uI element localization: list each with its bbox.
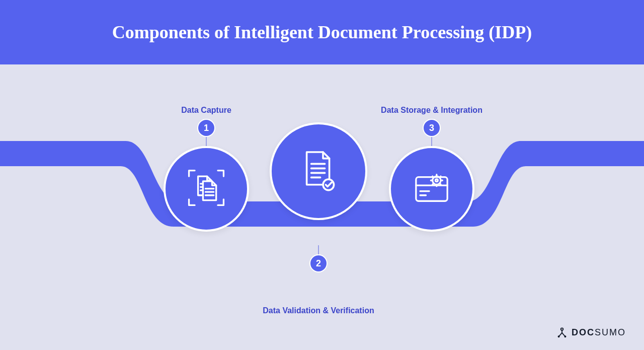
node-label: Data Validation & Verification: [243, 306, 394, 315]
svg-point-4: [561, 328, 564, 330]
node-data-validation: 2 Data Validation & Verification: [268, 122, 369, 220]
node-label: Data Storage & Integration: [381, 106, 482, 115]
svg-point-3: [435, 179, 438, 182]
brand-name-bold: DOC: [572, 327, 595, 337]
connector-line: [318, 245, 319, 254]
page-title: Components of Intelligent Document Proce…: [112, 22, 532, 43]
brand-name-thin: SUMO: [595, 327, 626, 337]
brand-logo: DOCSUMO: [556, 327, 626, 338]
node-data-storage: Data Storage & Integration 3: [381, 106, 482, 232]
node-circle: [270, 122, 367, 220]
header-banner: Components of Intelligent Document Proce…: [0, 0, 644, 64]
svg-point-6: [565, 336, 566, 337]
node-circle: [389, 146, 474, 232]
step-badge: 1: [197, 119, 215, 137]
connector-line: [206, 137, 207, 146]
step-badge: 2: [309, 254, 328, 272]
scan-doc-icon: [186, 167, 227, 211]
node-data-capture: Data Capture 1: [156, 106, 257, 232]
svg-point-5: [558, 336, 559, 337]
connector-line: [431, 137, 432, 146]
gear-folder-icon: [411, 167, 452, 211]
docsumo-icon: [556, 327, 568, 338]
node-circle: [164, 146, 249, 232]
node-label: Data Capture: [181, 106, 231, 115]
doc-check-icon: [296, 148, 341, 195]
step-badge: 3: [423, 119, 441, 137]
